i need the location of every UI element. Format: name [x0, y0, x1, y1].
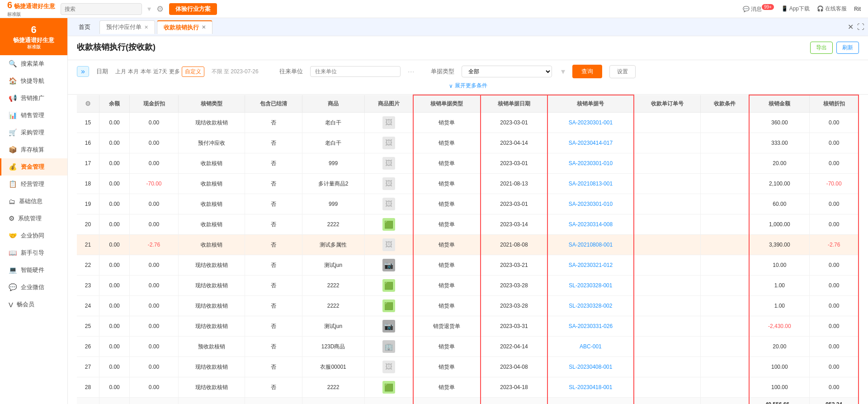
sidebar-item-inventory[interactable]: 📦库存核算 [0, 141, 67, 158]
sidebar-item-system[interactable]: ⚙系统管理 [0, 210, 67, 227]
sidebar-item-quick-nav[interactable]: 🏠快捷导航 [0, 72, 67, 90]
date-this-month[interactable]: 本月 [128, 68, 139, 76]
expand-more-btn[interactable]: ∨ 展开更多条件 [449, 82, 487, 90]
table-row[interactable]: 28 0.00 0.00 现结收款核销 否 2222 🟩 销货单 2023-04… [77, 377, 859, 398]
cell-bill-no[interactable]: SL-20230408-001 [547, 357, 633, 377]
table-row[interactable]: 18 0.00 -70.00 收款核销 否 多计量商品2 🖼 销货单 2021-… [77, 174, 859, 194]
cell-bill-no[interactable]: SA-20210813-001 [547, 174, 633, 194]
date-7days[interactable]: 近7天 [153, 68, 167, 76]
online-service[interactable]: 🎧 在线客服 [817, 5, 847, 13]
bill-no-link[interactable]: SA-20230301-010 [569, 160, 613, 166]
table-row[interactable]: 17 0.00 0.00 收款核销 否 999 🖼 销货单 2023-03-01… [77, 153, 859, 174]
sidebar-item-basic[interactable]: 🗂基础信息 [0, 193, 67, 210]
cell-bill-no[interactable]: SA-20230414-017 [547, 133, 633, 153]
bill-no-link[interactable]: SA-20230301-001 [569, 119, 613, 126]
table-row[interactable]: 26 0.00 0.00 预收款核销 否 123D商品 🏢 销货单 2022-0… [77, 337, 859, 357]
cell-bill-no[interactable]: SL-20230418-001 [547, 377, 633, 398]
table-row[interactable]: 23 0.00 0.00 现结收款核销 否 2222 🟩 销货单 2023-03… [77, 276, 859, 296]
table-row[interactable]: 24 0.00 0.00 现结收款核销 否 2222 🟩 销货单 2023-03… [77, 296, 859, 316]
tab-receipt-verify[interactable]: 收款核销执行✕ [157, 20, 212, 34]
table-row[interactable]: 21 0.00 -2.76 收款核销 否 测试多属性 🖼 销货单 2021-08… [77, 235, 859, 255]
sidebar-item-operation[interactable]: 📋经营管理 [0, 176, 67, 193]
table-row[interactable]: 15 0.00 0.00 现结收款核销 否 老白干 🖼 销货单 2023-03-… [77, 113, 859, 133]
th-settings[interactable]: ⚙ [77, 95, 99, 113]
bill-no-link[interactable]: SA-20230331-026 [569, 323, 613, 329]
search-input[interactable] [61, 3, 142, 15]
cell-bill-no[interactable]: SA-20230301-010 [547, 153, 633, 174]
bill-no-link[interactable]: SA-20230301-010 [569, 201, 613, 207]
settings-icon[interactable]: ⚙ [156, 4, 164, 14]
cell-balance: 0.00 [99, 194, 130, 214]
date-custom[interactable]: 自定义 [182, 67, 204, 77]
cell-cash-discount: 0.00 [130, 214, 178, 235]
app-download[interactable]: 📱 App下载 [781, 5, 810, 13]
tab-close-receipt-verify[interactable]: ✕ [202, 24, 206, 30]
industry-btn[interactable]: 体验行业方案 [169, 3, 217, 15]
cell-cash-discount: 0.00 [130, 377, 178, 398]
bill-no-link[interactable]: SA-20230314-008 [569, 221, 613, 228]
message-area[interactable]: 💬 消息99+ [743, 5, 774, 13]
tab-close-prepay[interactable]: ✕ [144, 24, 148, 30]
cell-bill-no[interactable]: SL-20230328-001 [547, 276, 633, 296]
setting-btn[interactable]: 设置 [609, 65, 636, 78]
table-row[interactable]: 25 0.00 0.00 现结收款核销 否 测试jun 📷 销货退货单 2023… [77, 316, 859, 337]
table-row[interactable]: 16 0.00 0.00 预付冲应收 否 老白干 🖼 销货单 2023-04-1… [77, 133, 859, 153]
sidebar-item-enterprise[interactable]: 🤝企业协同 [0, 227, 67, 244]
bill-no-link[interactable]: SL-20230408-001 [569, 364, 612, 370]
sidebar-item-marketing[interactable]: 📢营销推广 [0, 90, 67, 107]
cell-bill-no[interactable]: SA-20230321-012 [547, 255, 633, 276]
refresh-btn[interactable]: 刷新 [836, 42, 859, 54]
filter-expand-icon[interactable]: » [77, 66, 89, 77]
sidebar-item-sales[interactable]: 📊销售管理 [0, 107, 67, 124]
cell-product-img: 🟩 [364, 296, 413, 316]
sidebar-item-guide[interactable]: 📖新手引导 [0, 244, 67, 261]
bill-no-link[interactable]: SA-20210808-001 [569, 242, 613, 248]
cell-receipt-order [634, 235, 701, 255]
sidebar-item-wechat[interactable]: 💬企业微信 [0, 279, 67, 296]
bill-no-link[interactable]: SA-20230414-017 [569, 140, 613, 146]
cell-bill-type: 销货单 [413, 133, 481, 153]
sidebar-item-search[interactable]: 🔍搜索菜单 [0, 55, 67, 72]
cell-verify-amount: 100.00 [749, 357, 809, 377]
bill-no-link[interactable]: SL-20230418-001 [569, 384, 612, 390]
table-row[interactable]: 19 0.00 0.00 收款核销 否 999 🖼 销货单 2023-03-01… [77, 194, 859, 214]
col-settings-icon[interactable]: ⚙ [85, 100, 91, 107]
select-dropdown-icon: ▾ [561, 67, 565, 76]
cell-include-cleared: 否 [245, 194, 302, 214]
cell-bill-no[interactable]: ABC-001 [547, 337, 633, 357]
cell-receipt-order [634, 113, 701, 133]
user-name[interactable]: Rit [854, 6, 861, 12]
close-tab-btn[interactable]: ✕ [848, 23, 854, 31]
cell-bill-no[interactable]: SA-20230314-008 [547, 214, 633, 235]
table-area[interactable]: ⚙ 余额 现金折扣 核销类型 包含已结清 商品 商品图片 核销单据类型 核销单据… [68, 95, 868, 404]
maximize-btn[interactable]: ⛶ [857, 23, 864, 31]
cell-bill-no[interactable]: SL-20230328-002 [547, 296, 633, 316]
table-row[interactable]: 22 0.00 0.00 现结收款核销 否 测试jun 📷 销货单 2023-0… [77, 255, 859, 276]
export-btn[interactable]: 导出 [810, 42, 833, 54]
cell-bill-no[interactable]: SA-20210808-001 [547, 235, 633, 255]
tab-prepay[interactable]: 预付冲应付单✕ [99, 20, 155, 34]
bill-type-select[interactable]: 全部 [462, 66, 552, 77]
table-row[interactable]: 20 0.00 0.00 收款核销 否 2222 🟩 销货单 2023-03-1… [77, 214, 859, 235]
bill-no-link[interactable]: SA-20210813-001 [569, 181, 613, 187]
date-more[interactable]: 更多 [169, 68, 180, 76]
cell-balance: 0.00 [99, 276, 130, 296]
cell-bill-type: 销货单 [413, 194, 481, 214]
cell-bill-no[interactable]: SA-20230301-010 [547, 194, 633, 214]
table-row[interactable]: 27 0.00 0.00 现结收款核销 否 衣服00001 🖼 销货单 2023… [77, 357, 859, 377]
sidebar-item-purchase[interactable]: 🛒采购管理 [0, 124, 67, 141]
sidebar-item-member[interactable]: V畅会员 [0, 296, 67, 313]
bill-no-link[interactable]: SL-20230328-002 [569, 303, 612, 309]
date-last-month[interactable]: 上月 [115, 68, 126, 76]
tab-home[interactable]: 首页 [71, 20, 98, 34]
bill-no-link[interactable]: ABC-001 [580, 343, 602, 350]
bill-no-link[interactable]: SL-20230328-001 [569, 282, 612, 289]
to-unit-input[interactable] [310, 66, 401, 77]
cell-bill-no[interactable]: SA-20230331-026 [547, 316, 633, 337]
sidebar-item-finance[interactable]: 💰资金管理 [0, 158, 67, 176]
sidebar-item-hardware[interactable]: 💻智能硬件 [0, 261, 67, 279]
date-this-year[interactable]: 本年 [141, 68, 151, 76]
cell-bill-no[interactable]: SA-20230301-001 [547, 113, 633, 133]
bill-no-link[interactable]: SA-20230321-012 [569, 262, 613, 268]
query-btn[interactable]: 查询 [572, 65, 602, 78]
